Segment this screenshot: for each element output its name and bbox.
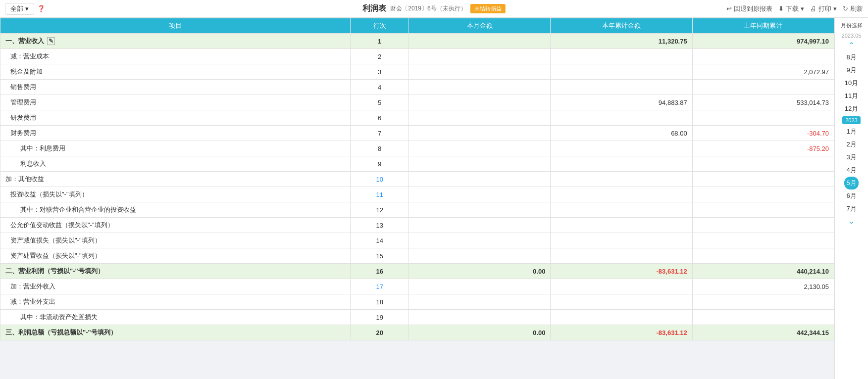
refresh-label: 刷新 [850, 4, 863, 13]
table-cell-year: -83,631.12 [551, 264, 692, 279]
scroll-up-icon[interactable]: ⌃ [848, 40, 855, 51]
table-cell-month [409, 64, 551, 80]
table-cell-rownum: 2 [351, 49, 409, 64]
sidebar-year-badge[interactable]: 2023 [842, 116, 860, 124]
back-button[interactable]: ↩ 回退到原报表 [726, 4, 772, 13]
table-cell-month [409, 187, 551, 202]
sidebar-month-item[interactable]: 6月 [842, 190, 860, 202]
table-cell-rownum: 14 [351, 233, 409, 248]
table-cell-month [409, 218, 551, 233]
scroll-down-icon[interactable]: ⌄ [848, 215, 855, 227]
refresh-button[interactable]: ↻ 刷新 [843, 4, 863, 13]
table-cell-prev: -875.20 [692, 141, 834, 156]
category-dropdown[interactable]: 全部 ▾ [5, 3, 34, 15]
table-cell-year: 94,883.87 [551, 95, 692, 110]
sidebar-date-header: 2023.05 [842, 33, 862, 39]
table-cell-prev: 533,014.73 [692, 95, 834, 110]
table-cell-prev: 440,214.10 [692, 264, 834, 279]
table-cell-item: 加：其他收益 [0, 172, 351, 187]
top-bar-right: ↩ 回退到原报表 ⬇ 下载 ▾ 🖨 打印 ▾ ↻ 刷新 [726, 4, 863, 13]
table-cell-rownum: 8 [351, 141, 409, 156]
table-cell-rownum: 1 [351, 34, 409, 49]
table-cell-prev [692, 218, 834, 233]
table-header-row: 项目 行次 本月金额 本年累计金额 上年同期累计 [0, 18, 834, 34]
download-label: 下载 [786, 4, 799, 13]
table-cell-year [551, 233, 692, 248]
sidebar-month-item[interactable]: 7月 [842, 202, 860, 215]
table-cell-item: 资产减值损失（损失以"-"填列） [0, 233, 351, 248]
table-cell-month [409, 172, 551, 187]
table-cell-month [409, 156, 551, 172]
table-cell-rownum: 13 [351, 218, 409, 233]
download-button[interactable]: ⬇ 下载 ▾ [778, 4, 804, 13]
table-cell-year: 11,320.75 [551, 34, 692, 49]
sidebar-month-item[interactable]: 4月 [842, 164, 860, 177]
print-icon: 🖨 [810, 5, 817, 12]
table-cell-item: 资产处置收益（损失以"-"填列） [0, 248, 351, 264]
chevron-down-icon: ▾ [25, 5, 29, 12]
sidebar-month-item[interactable]: 10月 [842, 77, 860, 90]
table-cell-month [409, 141, 551, 156]
table-cell-prev [692, 233, 834, 248]
table-cell-rownum: 19 [351, 310, 409, 325]
sidebar-month-item[interactable]: 1月 [842, 125, 860, 138]
table-cell-rownum: 5 [351, 95, 409, 110]
table-cell-month [409, 294, 551, 310]
table-cell-rownum: 15 [351, 248, 409, 264]
table-cell-rownum: 9 [351, 156, 409, 172]
table-cell-prev [692, 294, 834, 310]
sidebar-month-item[interactable]: 9月 [842, 64, 860, 77]
table-cell-year [551, 156, 692, 172]
table-cell-rownum: 10 [351, 172, 409, 187]
print-label: 打印 [818, 4, 831, 13]
download-icon: ⬇ [778, 5, 784, 12]
month-sidebar: 月份选择 2023.05 ⌃ 8月9月10月11月12月20231月2月3月4月… [834, 18, 868, 379]
table-cell-prev [692, 248, 834, 264]
table-cell-item: 其中：对联营企业和合营企业的投资收益 [0, 202, 351, 218]
table-cell-prev: 2,072.97 [692, 64, 834, 80]
table-cell-rownum: 16 [351, 264, 409, 279]
table-cell-prev [692, 172, 834, 187]
table-area: 项目 行次 本月金额 本年累计金额 上年同期累计 一、营业收入✎111,320.… [0, 18, 834, 379]
table-cell-year: -83,631.12 [551, 325, 692, 340]
table-cell-year [551, 202, 692, 218]
chevron-down-icon: ▾ [833, 5, 837, 12]
sidebar-title: 月份选择 [840, 20, 864, 31]
col-header-row: 行次 [351, 18, 409, 34]
status-badge: 未结转损益 [470, 4, 506, 13]
table-cell-year [551, 279, 692, 294]
table-cell-year: 68.00 [551, 126, 692, 141]
table-cell-year [551, 248, 692, 264]
sidebar-month-item[interactable]: 12月 [842, 102, 860, 115]
sidebar-month-item[interactable]: 11月 [842, 90, 860, 102]
table-cell-year [551, 310, 692, 325]
table-cell-year [551, 218, 692, 233]
table-cell-month [409, 202, 551, 218]
table-cell-rownum: 7 [351, 126, 409, 141]
table-cell-rownum: 6 [351, 110, 409, 126]
help-icon[interactable]: ❓ [37, 5, 45, 12]
table-cell-item: 利息收入 [0, 156, 351, 172]
back-icon: ↩ [726, 5, 732, 12]
table-cell-item: 其中：利息费用 [0, 141, 351, 156]
print-button[interactable]: 🖨 打印 ▾ [810, 4, 837, 13]
table-cell-month [409, 110, 551, 126]
table-cell-year [551, 294, 692, 310]
sidebar-month-item[interactable]: 3月 [842, 151, 860, 164]
edit-icon[interactable]: ✎ [47, 37, 55, 45]
sidebar-month-item[interactable]: 5月 [844, 177, 858, 190]
table-cell-item: 加：营业外收入 [0, 279, 351, 294]
table-cell-rownum: 4 [351, 80, 409, 95]
table-cell-year [551, 80, 692, 95]
dropdown-value: 全部 [10, 4, 23, 13]
top-bar-center: 利润表 财会〔2019〕6号（未执行） 未结转损益 [362, 3, 505, 14]
chevron-down-icon: ▾ [801, 5, 804, 12]
sidebar-month-item[interactable]: 2月 [842, 138, 860, 151]
table-cell-year [551, 110, 692, 126]
table-cell-month [409, 310, 551, 325]
table-cell-item: 二、营业利润（亏损以"-"号填列） [0, 264, 351, 279]
table-cell-month [409, 233, 551, 248]
report-table: 项目 行次 本月金额 本年累计金额 上年同期累计 一、营业收入✎111,320.… [0, 18, 834, 340]
sidebar-month-item[interactable]: 8月 [842, 51, 860, 64]
table-cell-prev [692, 156, 834, 172]
